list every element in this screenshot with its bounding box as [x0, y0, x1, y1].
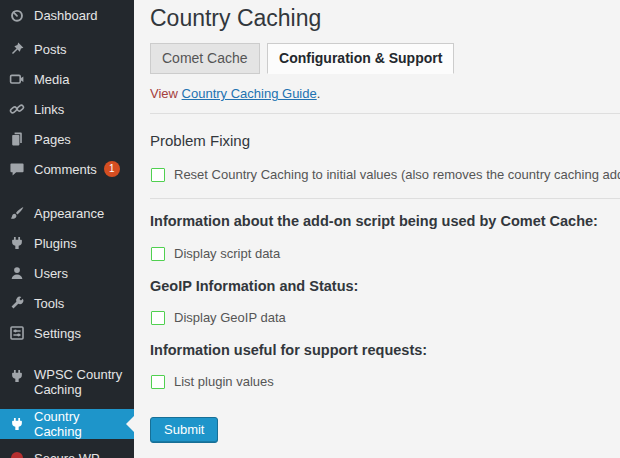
country-caching-guide-link[interactable]: Country Caching Guide — [182, 86, 317, 101]
brush-icon — [8, 205, 25, 222]
divider — [150, 198, 620, 199]
sidebar-item-label: Country Caching — [34, 409, 126, 439]
sidebar-item-label: Appearance — [34, 206, 104, 221]
guide-prefix: View — [150, 86, 178, 101]
dashboard-gauge-icon — [8, 7, 25, 24]
problem-fixing-heading: Problem Fixing — [150, 132, 620, 149]
chain-link-icon — [8, 101, 25, 118]
display-geoip-data-checkbox[interactable] — [151, 311, 165, 325]
sidebar-item-label: Comments — [34, 162, 97, 177]
sidebar-item-comments[interactable]: Comments 1 — [0, 154, 134, 184]
tab-bar: Comet Cache Configuration & Support — [150, 43, 620, 74]
plug-icon — [8, 367, 25, 384]
sidebar-item-label: Dashboard — [34, 8, 98, 23]
sidebar-item-users[interactable]: Users — [0, 258, 134, 288]
sidebar-item-dashboard[interactable]: Dashboard — [0, 0, 134, 30]
tab-configuration-support[interactable]: Configuration & Support — [267, 43, 454, 74]
submit-button[interactable]: Submit — [150, 417, 218, 443]
sidebar-item-label: Settings — [34, 326, 81, 341]
sidebar-item-country-caching[interactable]: Country Caching — [0, 409, 134, 439]
plug-icon — [8, 235, 25, 252]
sidebar-item-label: Media — [34, 72, 69, 87]
comments-count-badge: 1 — [104, 161, 120, 177]
reset-country-caching-checkbox[interactable] — [151, 168, 165, 182]
display-script-data-checkbox[interactable] — [151, 247, 165, 261]
sidebar-item-settings[interactable]: Settings — [0, 318, 134, 348]
sidebar-item-label: Secure WP — [34, 451, 100, 458]
pages-icon — [8, 131, 25, 148]
guide-suffix: . — [317, 86, 321, 101]
plugin-values-checkbox-row: List plugin values — [150, 374, 620, 389]
settings-sliders-icon — [8, 325, 25, 342]
reset-checkbox-label: Reset Country Caching to initial values … — [174, 167, 620, 182]
wrench-icon — [8, 295, 25, 312]
red-circle-icon — [8, 450, 25, 458]
script-data-checkbox-row: Display script data — [150, 246, 620, 261]
sidebar-item-label: WPSC Country Caching — [34, 367, 126, 397]
pin-icon — [8, 41, 25, 58]
sidebar-item-label: Pages — [34, 132, 71, 147]
sidebar-item-links[interactable]: Links — [0, 94, 134, 124]
sidebar-item-label: Tools — [34, 296, 64, 311]
user-icon — [8, 265, 25, 282]
sidebar-item-appearance[interactable]: Appearance — [0, 198, 134, 228]
plugin-values-checkbox-label: List plugin values — [174, 374, 274, 389]
plug-icon — [8, 416, 25, 433]
sidebar-item-pages[interactable]: Pages — [0, 124, 134, 154]
script-info-heading: Information about the add-on script bein… — [150, 213, 620, 230]
support-heading: Information useful for support requests: — [150, 342, 620, 359]
list-plugin-values-checkbox[interactable] — [151, 375, 165, 389]
sidebar-item-plugins[interactable]: Plugins — [0, 228, 134, 258]
sidebar-item-label: Users — [34, 266, 68, 281]
sidebar-item-wpsc-country-caching[interactable]: WPSC Country Caching — [0, 362, 134, 402]
sidebar-item-media[interactable]: Media — [0, 64, 134, 94]
sidebar-item-secure-wp[interactable]: Secure WP — [0, 443, 134, 458]
sidebar-item-tools[interactable]: Tools — [0, 288, 134, 318]
geoip-checkbox-row: Display GeoIP data — [150, 310, 620, 325]
geoip-checkbox-label: Display GeoIP data — [174, 310, 286, 325]
tab-comet-cache[interactable]: Comet Cache — [150, 43, 260, 74]
media-camera-icon — [8, 71, 25, 88]
geoip-heading: GeoIP Information and Status: — [150, 278, 620, 295]
settings-page: Country Caching Comet Cache Configuratio… — [134, 0, 620, 458]
sidebar-item-posts[interactable]: Posts — [0, 34, 134, 64]
admin-sidebar: Dashboard Posts Media Links Pages Commen… — [0, 0, 134, 458]
page-title: Country Caching — [150, 5, 620, 31]
script-data-checkbox-label: Display script data — [174, 246, 280, 261]
sidebar-item-label: Plugins — [34, 236, 77, 251]
guide-line: View Country Caching Guide. — [150, 86, 620, 101]
sidebar-item-label: Links — [34, 102, 64, 117]
sidebar-item-label: Posts — [34, 42, 67, 57]
comment-bubble-icon — [8, 161, 25, 178]
divider — [150, 113, 620, 114]
reset-checkbox-row: Reset Country Caching to initial values … — [150, 167, 620, 182]
